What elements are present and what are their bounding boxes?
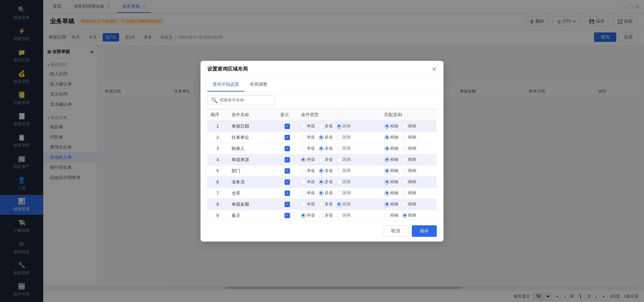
type-radio-type_multi[interactable]: 多值 xyxy=(319,201,333,207)
radio-dot xyxy=(337,180,342,184)
match-radio-group: 精确模糊 xyxy=(384,201,433,207)
match-radio-match_fuzzy[interactable]: 模糊 xyxy=(402,212,416,218)
match-radio-group: 精确模糊 xyxy=(384,123,433,129)
type-radio-type_single[interactable]: 单值 xyxy=(301,201,315,207)
radio-dot xyxy=(301,180,306,184)
type-radio-type_single[interactable]: 单值 xyxy=(301,123,315,129)
type-radio-type_multi[interactable]: 多值 xyxy=(319,146,333,151)
type-radio-type_range[interactable]: 区间 xyxy=(337,201,351,207)
type-radio-type_range[interactable]: 区间 xyxy=(337,146,351,151)
radio-dot xyxy=(402,213,407,218)
cancel-button[interactable]: 取消 xyxy=(383,225,408,237)
match-radio-match_fuzzy[interactable]: 模糊 xyxy=(402,123,416,129)
show-checkbox[interactable] xyxy=(285,202,290,207)
type-radio-type_range[interactable]: 区间 xyxy=(337,212,351,218)
match-radio-group: 精确模糊 xyxy=(384,168,433,174)
type-radio-type_single[interactable]: 单值 xyxy=(301,146,315,151)
match-radio-match_exact[interactable]: 精确 xyxy=(384,146,398,151)
row-seq: 6 xyxy=(207,176,228,187)
dialog-save-button[interactable]: 保存 xyxy=(412,225,437,237)
settings-table-row: 2往来单位单值多值区间精确模糊 xyxy=(207,132,437,143)
type-radio-type_multi[interactable]: 多值 xyxy=(319,190,333,196)
show-checkbox[interactable] xyxy=(285,191,290,196)
row-seq: 5 xyxy=(207,165,228,176)
th-type: 条件类型 xyxy=(298,109,381,121)
radio-dot xyxy=(301,135,306,140)
radio-dot xyxy=(337,213,342,218)
type-radio-type_range[interactable]: 区间 xyxy=(337,134,351,140)
dialog-body: 查询字段设置 布局调整 🔍 顺序 条件名 xyxy=(200,78,444,220)
type-radio-type_multi[interactable]: 多值 xyxy=(319,168,333,174)
type-radio-type_range[interactable]: 区间 xyxy=(337,168,351,174)
match-radio-match_exact[interactable]: 精确 xyxy=(384,123,398,129)
radio-dot xyxy=(402,146,407,151)
type-radio-type_range[interactable]: 区间 xyxy=(337,123,351,129)
type-radio-type_range[interactable]: 区间 xyxy=(337,190,351,196)
dialog-close-btn[interactable]: ✕ xyxy=(432,66,437,73)
show-checkbox[interactable] xyxy=(285,157,290,162)
radio-dot xyxy=(402,169,407,173)
show-checkbox[interactable] xyxy=(285,146,290,151)
match-radio-group: 精确模糊 xyxy=(384,146,433,151)
type-radio-type_single[interactable]: 单值 xyxy=(301,157,315,162)
match-radio-match_exact[interactable]: 精确 xyxy=(384,201,398,207)
type-radio-type_multi[interactable]: 多值 xyxy=(319,134,333,140)
dialog-tab-layout[interactable]: 布局调整 xyxy=(244,78,273,92)
match-radio-match_fuzzy[interactable]: 模糊 xyxy=(402,179,416,185)
type-radio-type_range[interactable]: 区间 xyxy=(337,179,351,185)
match-radio-match_fuzzy[interactable]: 模糊 xyxy=(402,190,416,196)
show-checkbox[interactable] xyxy=(285,179,290,185)
type-radio-type_single[interactable]: 单值 xyxy=(301,168,315,174)
type-radio-type_single[interactable]: 单值 xyxy=(301,190,315,196)
show-checkbox[interactable] xyxy=(285,213,290,218)
row-match-cell: 精确模糊 xyxy=(381,132,437,143)
radio-dot xyxy=(384,213,389,218)
match-radio-match_fuzzy[interactable]: 模糊 xyxy=(402,201,416,207)
type-radio-type_single[interactable]: 单值 xyxy=(301,134,315,140)
row-show-cell xyxy=(277,210,298,220)
row-type-cell: 单值多值区间 xyxy=(298,210,381,220)
th-name: 条件名称 xyxy=(228,109,277,121)
match-radio-match_exact[interactable]: 精确 xyxy=(384,134,398,140)
match-radio-match_exact[interactable]: 精确 xyxy=(384,179,398,185)
type-radio-type_range[interactable]: 区间 xyxy=(337,157,351,162)
radio-dot xyxy=(301,157,306,162)
radio-dot xyxy=(301,202,306,207)
row-type-cell: 单值多值区间 xyxy=(298,187,381,199)
match-radio-match_exact[interactable]: 精确 xyxy=(384,157,398,162)
show-checkbox[interactable] xyxy=(285,135,290,140)
radio-dot xyxy=(337,135,342,140)
type-radio-type_single[interactable]: 单值 xyxy=(301,212,315,218)
radio-dot xyxy=(384,135,389,140)
type-radio-type_single[interactable]: 单值 xyxy=(301,179,315,185)
type-radio-type_multi[interactable]: 多值 xyxy=(319,179,333,185)
th-seq: 顺序 xyxy=(207,109,228,121)
match-radio-match_exact[interactable]: 精确 xyxy=(384,190,398,196)
row-seq: 4 xyxy=(207,154,228,165)
match-radio-match_fuzzy[interactable]: 模糊 xyxy=(402,168,416,174)
row-show-cell xyxy=(277,187,298,199)
radio-dot xyxy=(337,202,342,207)
row-name: 往来单位 xyxy=(228,132,277,143)
row-type-cell: 单值多值区间 xyxy=(298,143,381,154)
row-type-cell: 单值多值区间 xyxy=(298,132,381,143)
radio-dot xyxy=(301,213,306,218)
radio-dot xyxy=(337,146,342,151)
settings-table-row: 7仓库单值多值区间精确模糊 xyxy=(207,187,437,199)
radio-dot xyxy=(402,202,407,207)
row-name: 单据来源 xyxy=(228,154,277,165)
match-radio-match_fuzzy[interactable]: 模糊 xyxy=(402,146,416,151)
dialog-search-input[interactable] xyxy=(220,98,271,102)
match-radio-match_fuzzy[interactable]: 模糊 xyxy=(402,134,416,140)
match-radio-match_exact[interactable]: 精确 xyxy=(384,168,398,174)
match-radio-match_exact[interactable]: 精确 xyxy=(384,212,398,218)
dialog-tab-fields[interactable]: 查询字段设置 xyxy=(207,78,244,92)
type-radio-type_multi[interactable]: 多值 xyxy=(319,123,333,129)
radio-dot xyxy=(301,124,306,129)
type-radio-type_multi[interactable]: 多值 xyxy=(319,212,333,218)
show-checkbox[interactable] xyxy=(285,168,290,174)
type-radio-type_multi[interactable]: 多值 xyxy=(319,157,333,162)
match-radio-match_fuzzy[interactable]: 模糊 xyxy=(402,157,416,162)
type-radio-group: 单值多值区间 xyxy=(301,190,378,196)
show-checkbox[interactable] xyxy=(285,124,290,129)
